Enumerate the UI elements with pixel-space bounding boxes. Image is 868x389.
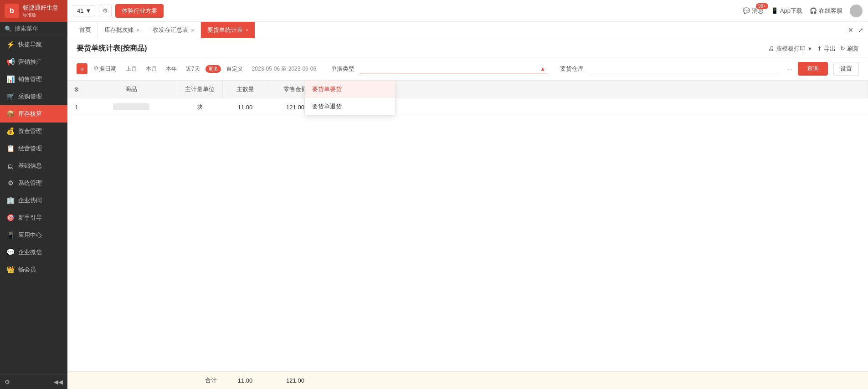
data-table: ⚙ 商品 主计量单位 主数量 零售金额 1 块	[67, 81, 868, 116]
query-button[interactable]: 查询	[798, 62, 828, 76]
sidebar-item-operation[interactable]: 📋经营管理	[0, 140, 67, 157]
main-area: 41 ▼ ⚙ 体验行业方案 💬 消息 99+ 📱 App下载 🎧 在线客服	[67, 0, 868, 389]
warehouse-filter-input[interactable]	[589, 64, 780, 73]
tab-close-inventory-batch[interactable]: ×	[137, 27, 139, 33]
sidebar-item-marketing[interactable]: 📢营销推广	[0, 53, 67, 71]
page-header: 要货单统计表(按商品) 🖨 按模板打印 ▼ ⬆ 导出 ↻ 刷新	[67, 38, 868, 57]
sidebar-item-basic[interactable]: 🗂基础信息	[0, 157, 67, 174]
nav-icon-member: 👑	[6, 266, 15, 274]
nav-icon-operation: 📋	[6, 144, 15, 153]
topbar-right: 💬 消息 99+ 📱 App下载 🎧 在线客服	[743, 5, 863, 17]
dropdown-item-order-goods[interactable]: 要货单要货	[305, 81, 395, 98]
collapse-icon[interactable]: ◀◀	[54, 379, 63, 385]
phone-icon: 📱	[771, 7, 778, 14]
sidebar-item-sales[interactable]: 📊销售管理	[0, 71, 67, 88]
table-header-row: ⚙ 商品 主计量单位 主数量 零售金额	[67, 81, 868, 98]
expand-icon: ⤢	[858, 26, 863, 34]
nav-icon-enterprise: 🏢	[6, 196, 15, 205]
app-logo: b	[5, 4, 19, 18]
col-unit: 主计量单位	[177, 81, 222, 98]
date-shortcuts: 上月 本月 本年 近7天 更多 自定义	[122, 64, 247, 74]
table-row: 1 块 11.00 121.00	[67, 98, 868, 116]
date-this-year[interactable]: 本年	[162, 64, 180, 74]
cell-empty	[323, 98, 868, 116]
message-icon: 💬	[743, 7, 750, 14]
nav-icon-basic: 🗂	[6, 162, 15, 170]
topbar-left: 41 ▼ ⚙ 体验行业方案	[73, 4, 737, 18]
footer-quantity: 11.00	[222, 377, 268, 384]
tab-close-receipt-summary[interactable]: ×	[191, 27, 194, 33]
tabs-bar: 首页库存批次账×收发存汇总表×要货单统计表× ✕ ⤢	[67, 22, 868, 38]
page-title: 要货单统计表(按商品)	[77, 44, 147, 53]
sidebar-nav: ⚡快捷导航📢营销推广📊销售管理🛒采购管理📦库存核算💰资金管理📋经营管理🗂基础信息…	[0, 36, 67, 374]
tab-home[interactable]: 首页	[73, 22, 98, 38]
footer-amount: 121.00	[268, 377, 323, 384]
table-footer: 合计 11.00 121.00	[67, 371, 868, 389]
type-filter-label: 单据类型	[331, 65, 354, 73]
type-dropdown: 要货单要货 要货单退货	[304, 80, 395, 116]
refresh-icon: ↻	[840, 45, 845, 52]
print-icon: 🖨	[768, 45, 774, 52]
nav-icon-marketing: 📢	[6, 58, 15, 66]
nav-icon-newbie: 🎯	[6, 214, 15, 222]
sidebar-item-enterprise[interactable]: 🏢企业协同	[0, 192, 67, 209]
chevron-down-icon: ▼	[85, 7, 91, 14]
date-custom-btn[interactable]: 自定义	[223, 64, 247, 74]
gear-icon: ⚙	[103, 7, 108, 14]
filter-expand-btn[interactable]: »	[77, 63, 87, 74]
sidebar: b 畅捷通好生意 标准版 🔍 搜索菜单 ⚡快捷导航📢营销推广📊销售管理🛒采购管理…	[0, 0, 67, 389]
refresh-btn[interactable]: ↻ 刷新	[840, 45, 859, 53]
maximize-btn[interactable]: ✕ ⤢	[843, 26, 868, 34]
warehouse-filter-label: 要货仓库	[560, 65, 584, 73]
tab-close-order-stats[interactable]: ×	[246, 27, 248, 33]
content-area: 要货单统计表(按商品) 🖨 按模板打印 ▼ ⬆ 导出 ↻ 刷新	[67, 38, 868, 389]
goods-placeholder	[113, 103, 149, 110]
date-prev-month[interactable]: 上月	[122, 64, 140, 74]
settings-icon[interactable]: ⚙	[5, 379, 10, 385]
settings-button[interactable]: 设置	[833, 62, 859, 76]
cell-num: 1	[67, 98, 86, 116]
online-service-btn[interactable]: 🎧 在线客服	[810, 7, 842, 15]
tab-inventory-batch[interactable]: 库存批次账×	[98, 22, 146, 38]
sidebar-item-system[interactable]: ⚙系统管理	[0, 174, 67, 192]
sidebar-collapse-btn[interactable]: ⚙ ◀◀	[0, 374, 67, 389]
app-download-btn[interactable]: 📱 App下载	[771, 7, 802, 15]
filter-bar: » 单据日期 上月 本月 本年 近7天 更多 自定义 2023-05-06 至 …	[67, 57, 868, 81]
dropdown-item-order-return[interactable]: 要货单退货	[305, 98, 395, 115]
messages-badge: 99+	[756, 3, 768, 9]
sidebar-item-member[interactable]: 👑畅会员	[0, 261, 67, 278]
avatar[interactable]	[850, 5, 863, 17]
date-more-badge[interactable]: 更多	[205, 65, 221, 73]
tab-order-stats[interactable]: 要货单统计表×	[201, 22, 255, 38]
sidebar-item-wechat[interactable]: 💬企业微信	[0, 244, 67, 261]
col-settings[interactable]: ⚙	[67, 81, 86, 98]
search-icon: 🔍	[5, 26, 12, 32]
date-this-month[interactable]: 本月	[142, 64, 160, 74]
sidebar-item-purchase[interactable]: 🛒采购管理	[0, 88, 67, 105]
tab-receipt-summary[interactable]: 收发存汇总表×	[146, 22, 200, 38]
topbar: 41 ▼ ⚙ 体验行业方案 💬 消息 99+ 📱 App下载 🎧 在线客服	[67, 0, 868, 22]
type-select-input[interactable]	[360, 64, 547, 73]
app-title: 畅捷通好生意 标准版	[23, 4, 58, 18]
sidebar-item-finance[interactable]: 💰资金管理	[0, 123, 67, 140]
search-menu[interactable]: 🔍 搜索菜单	[0, 22, 67, 36]
col-empty	[323, 81, 868, 98]
warehouse-more-btn[interactable]: ···	[787, 66, 792, 72]
footer-label: 合计	[177, 376, 222, 384]
cell-quantity: 11.00	[222, 98, 268, 116]
date-7days[interactable]: 近7天	[182, 64, 204, 74]
store-selector[interactable]: 41 ▼	[73, 5, 95, 16]
print-btn[interactable]: 🖨 按模板打印 ▼	[768, 45, 812, 53]
messages-btn[interactable]: 💬 消息 99+	[743, 7, 764, 15]
store-name: 41	[77, 7, 83, 14]
sidebar-header: b 畅捷通好生意 标准版	[0, 0, 67, 22]
sidebar-item-newbie[interactable]: 🎯新手引导	[0, 209, 67, 226]
trial-button[interactable]: 体验行业方案	[115, 4, 164, 18]
sidebar-item-quick-nav[interactable]: ⚡快捷导航	[0, 36, 67, 53]
export-btn[interactable]: ⬆ 导出	[817, 45, 836, 53]
table-container: ⚙ 商品 主计量单位 主数量 零售金额 1 块	[67, 81, 868, 371]
gear-button[interactable]: ⚙	[99, 5, 112, 17]
type-select-arrow[interactable]: ▲	[540, 66, 545, 72]
sidebar-item-inventory[interactable]: 📦库存核算	[0, 105, 67, 123]
sidebar-item-app-center[interactable]: 📱应用中心	[0, 226, 67, 244]
